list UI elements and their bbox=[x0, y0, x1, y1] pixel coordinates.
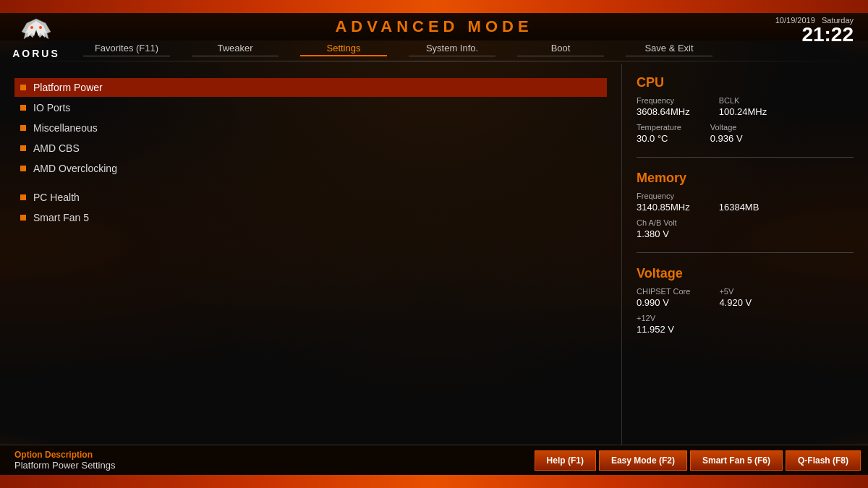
cpu-voltage-value: 0.936 V bbox=[710, 133, 743, 144]
cpu-frequency-label: Frequency bbox=[637, 96, 690, 105]
menu-bullet bbox=[20, 145, 26, 151]
menu-separator bbox=[14, 179, 607, 188]
cpu-section-title: CPU bbox=[637, 75, 854, 90]
header-title-bar: ADVANCED MODE bbox=[0, 13, 868, 40]
help-button[interactable]: Help (F1) bbox=[535, 450, 596, 471]
memory-frequency: Frequency 3140.85MHz bbox=[637, 192, 690, 213]
memory-chvolt: Ch A/B Volt 1.380 V bbox=[637, 218, 677, 239]
voltage-section-title: Voltage bbox=[637, 266, 854, 281]
time-display: 21:22 bbox=[801, 23, 854, 46]
memory-chvolt-label: Ch A/B Volt bbox=[637, 218, 677, 227]
memory-frequency-value: 3140.85MHz bbox=[637, 202, 690, 213]
menu-item-label: AMD CBS bbox=[33, 142, 80, 154]
cpu-section: CPU Frequency 3608.64MHz BCLK 100.24MHz … bbox=[637, 75, 854, 144]
cpu-row-2: Temperature 30.0 °C Voltage 0.936 V bbox=[637, 123, 854, 144]
cpu-bclk-value: 100.24MHz bbox=[719, 106, 767, 117]
menu-bullet bbox=[20, 194, 26, 200]
voltage-row-1: CHIPSET Core 0.990 V +5V 4.920 V bbox=[637, 287, 854, 308]
menu-bullet bbox=[20, 215, 26, 221]
left-menu-panel: Platform Power IO Ports Miscellaneous AM… bbox=[0, 64, 622, 445]
cpu-temperature: Temperature 30.0 °C bbox=[637, 123, 681, 144]
main-content: Platform Power IO Ports Miscellaneous AM… bbox=[0, 64, 868, 445]
logo-area: AORUS bbox=[7, 13, 65, 59]
divider-memory-voltage bbox=[637, 252, 854, 253]
voltage-section: Voltage CHIPSET Core 0.990 V +5V 4.920 V… bbox=[637, 266, 854, 335]
nav-tweaker[interactable]: Tweaker bbox=[181, 43, 289, 56]
page-title: ADVANCED MODE bbox=[0, 17, 868, 36]
cpu-row-1: Frequency 3608.64MHz BCLK 100.24MHz bbox=[637, 96, 854, 117]
memory-size: 16384MB bbox=[719, 192, 760, 213]
option-description-area: Option Description Platform Power Settin… bbox=[0, 447, 535, 474]
right-stats-panel: CPU Frequency 3608.64MHz BCLK 100.24MHz … bbox=[622, 64, 868, 445]
memory-size-value: 16384MB bbox=[719, 202, 760, 213]
menu-item-label: Platform Power bbox=[33, 82, 103, 93]
menu-bullet bbox=[20, 166, 26, 171]
bottom-buttons-group: Help (F1) Easy Mode (F2) Smart Fan 5 (F6… bbox=[535, 450, 868, 471]
qflash-button[interactable]: Q-Flash (F8) bbox=[786, 450, 861, 471]
nav-settings[interactable]: Settings bbox=[289, 43, 398, 56]
memory-size-label bbox=[719, 192, 760, 200]
cpu-frequency: Frequency 3608.64MHz bbox=[637, 96, 690, 117]
menu-bullet bbox=[20, 85, 26, 90]
nav-favorites[interactable]: Favorites (F11) bbox=[72, 43, 181, 56]
voltage-row-2: +12V 11.952 V bbox=[637, 314, 854, 335]
menu-item-miscellaneous[interactable]: Miscellaneous bbox=[14, 119, 607, 137]
aorus-eagle-icon bbox=[18, 17, 54, 46]
voltage-plus5v-label: +5V bbox=[719, 287, 752, 296]
divider-cpu-memory bbox=[637, 157, 854, 158]
datetime-display: 10/19/2019 Saturday 21:22 bbox=[775, 16, 854, 45]
menu-item-amd-overclocking[interactable]: AMD Overclocking bbox=[14, 159, 607, 178]
menu-item-platform-power[interactable]: Platform Power bbox=[14, 78, 607, 97]
nav-save-exit[interactable]: Save & Exit bbox=[615, 43, 723, 56]
cpu-bclk-label: BCLK bbox=[719, 96, 767, 105]
voltage-plus5v-value: 4.920 V bbox=[719, 297, 752, 308]
voltage-plus5v: +5V 4.920 V bbox=[719, 287, 752, 308]
menu-item-label: AMD Overclocking bbox=[33, 163, 117, 174]
cpu-bclk: BCLK 100.24MHz bbox=[719, 96, 767, 117]
main-navbar: Favorites (F11) Tweaker Settings System … bbox=[72, 38, 723, 61]
memory-section-title: Memory bbox=[637, 171, 854, 186]
option-description-text: Platform Power Settings bbox=[14, 460, 520, 471]
menu-item-label: Smart Fan 5 bbox=[33, 212, 89, 223]
menu-bullet bbox=[20, 125, 26, 131]
voltage-chipset-value: 0.990 V bbox=[637, 297, 690, 308]
memory-section: Memory Frequency 3140.85MHz 16384MB Ch A… bbox=[637, 171, 854, 239]
cpu-voltage-label: Voltage bbox=[710, 123, 743, 132]
cpu-voltage: Voltage 0.936 V bbox=[710, 123, 743, 144]
menu-item-label: PC Health bbox=[33, 192, 80, 203]
voltage-chipset-label: CHIPSET Core bbox=[637, 287, 690, 296]
menu-item-amd-cbs[interactable]: AMD CBS bbox=[14, 139, 607, 158]
cpu-temperature-value: 30.0 °C bbox=[637, 133, 681, 144]
menu-item-io-ports[interactable]: IO Ports bbox=[14, 98, 607, 117]
menu-bullet bbox=[20, 105, 26, 111]
svg-point-3 bbox=[39, 26, 42, 29]
option-description-title: Option Description bbox=[14, 450, 520, 460]
nav-sysinfo[interactable]: System Info. bbox=[398, 43, 506, 56]
svg-point-2 bbox=[30, 26, 33, 29]
cpu-frequency-value: 3608.64MHz bbox=[637, 106, 690, 117]
bottom-bar: Option Description Platform Power Settin… bbox=[0, 445, 868, 475]
voltage-plus12v-value: 11.952 V bbox=[637, 324, 674, 335]
smart-fan5-button[interactable]: Smart Fan 5 (F6) bbox=[690, 450, 783, 471]
top-decorative-band bbox=[0, 0, 868, 13]
bottom-decorative-band bbox=[0, 475, 868, 488]
nav-boot[interactable]: Boot bbox=[506, 43, 615, 56]
cpu-temperature-label: Temperature bbox=[637, 123, 681, 132]
easy-mode-button[interactable]: Easy Mode (F2) bbox=[599, 450, 687, 471]
menu-item-pc-health[interactable]: PC Health bbox=[14, 188, 607, 207]
menu-item-label: IO Ports bbox=[33, 102, 70, 114]
memory-chvolt-value: 1.380 V bbox=[637, 228, 677, 239]
memory-row-2: Ch A/B Volt 1.380 V bbox=[637, 218, 854, 239]
voltage-plus12v-label: +12V bbox=[637, 314, 674, 322]
menu-item-smart-fan5[interactable]: Smart Fan 5 bbox=[14, 208, 607, 227]
voltage-plus12v: +12V 11.952 V bbox=[637, 314, 674, 335]
memory-frequency-label: Frequency bbox=[637, 192, 690, 200]
nav-separator bbox=[0, 61, 868, 61]
voltage-chipset: CHIPSET Core 0.990 V bbox=[637, 287, 690, 308]
memory-row-1: Frequency 3140.85MHz 16384MB bbox=[637, 192, 854, 213]
logo-text: AORUS bbox=[12, 48, 60, 59]
menu-item-label: Miscellaneous bbox=[33, 122, 98, 134]
